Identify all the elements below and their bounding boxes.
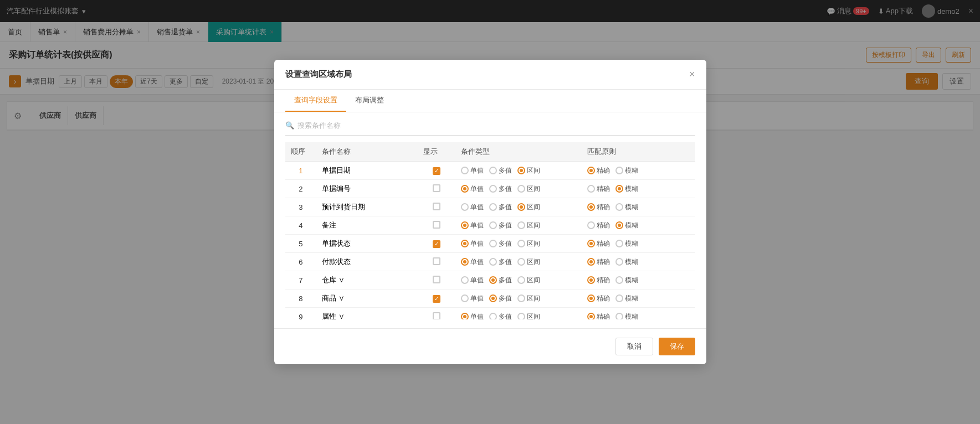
- table-row: 2单据编号单值多值区间精确模糊: [285, 180, 695, 198]
- cell-type: 单值多值区间: [455, 253, 582, 271]
- rule-radio-模糊[interactable]: 模糊: [615, 294, 638, 303]
- type-radio-单值[interactable]: 单值: [461, 166, 484, 175]
- display-checkbox[interactable]: [433, 276, 440, 283]
- dialog-header: 设置查询区域布局 ×: [274, 60, 706, 90]
- type-radio-单值[interactable]: 单值: [461, 203, 484, 212]
- rule-radio-精确[interactable]: 精确: [587, 166, 610, 175]
- display-checkbox[interactable]: [433, 221, 440, 229]
- cell-type: 单值多值区间: [455, 180, 582, 198]
- type-radio-多值[interactable]: 多值: [489, 166, 512, 175]
- type-radio-区间[interactable]: 区间: [517, 312, 540, 320]
- rule-radio-模糊[interactable]: 模糊: [615, 312, 638, 320]
- dialog-close-btn[interactable]: ×: [689, 69, 695, 80]
- search-bar: 🔍: [285, 121, 695, 136]
- rule-radio-精确[interactable]: 精确: [587, 203, 610, 212]
- type-radio-区间[interactable]: 区间: [517, 203, 540, 212]
- type-radio-区间[interactable]: 区间: [517, 239, 540, 249]
- cell-display[interactable]: ✓: [418, 162, 455, 180]
- type-radio-区间[interactable]: 区间: [517, 221, 540, 230]
- dialog-tabs: 查询字段设置 布局调整: [274, 90, 706, 112]
- type-radio-区间[interactable]: 区间: [517, 276, 540, 285]
- cell-name: 单据状态: [316, 235, 417, 253]
- th-name: 条件名称: [316, 142, 417, 162]
- rule-radio-模糊[interactable]: 模糊: [615, 221, 638, 230]
- type-radio-多值[interactable]: 多值: [489, 294, 512, 303]
- type-radio-多值[interactable]: 多值: [489, 221, 512, 230]
- type-radio-单值[interactable]: 单值: [461, 221, 484, 230]
- type-radio-多值[interactable]: 多值: [489, 203, 512, 212]
- search-input[interactable]: [297, 121, 408, 130]
- cell-order: 7: [285, 271, 317, 289]
- type-radio-多值[interactable]: 多值: [489, 184, 512, 194]
- rule-radio-模糊[interactable]: 模糊: [615, 276, 638, 285]
- rule-radio-模糊[interactable]: 模糊: [615, 203, 638, 212]
- dialog-footer: 取消 保存: [274, 328, 706, 364]
- cell-display[interactable]: [418, 271, 455, 289]
- table-row: 8商品 ∨✓单值多值区间精确模糊: [285, 289, 695, 308]
- table-row: 1单据日期✓单值多值区间精确模糊: [285, 162, 695, 180]
- type-radio-单值[interactable]: 单值: [461, 276, 484, 285]
- type-radio-多值[interactable]: 多值: [489, 239, 512, 249]
- display-checkbox[interactable]: ✓: [433, 167, 440, 175]
- rule-radio-精确[interactable]: 精确: [587, 276, 610, 285]
- type-radio-单值[interactable]: 单值: [461, 239, 484, 249]
- display-checkbox[interactable]: [433, 184, 440, 192]
- rule-radio-精确[interactable]: 精确: [587, 257, 610, 267]
- cell-type: 单值多值区间: [455, 308, 582, 320]
- cell-type: 单值多值区间: [455, 198, 582, 216]
- cancel-button[interactable]: 取消: [615, 338, 653, 355]
- cell-name: 单据日期: [316, 162, 417, 180]
- conditions-tbody: 1单据日期✓单值多值区间精确模糊2单据编号单值多值区间精确模糊3预计到货日期单值…: [285, 162, 695, 320]
- type-radio-单值[interactable]: 单值: [461, 257, 484, 267]
- rule-radio-模糊[interactable]: 模糊: [615, 239, 638, 249]
- rule-radio-模糊[interactable]: 模糊: [615, 257, 638, 267]
- type-radio-单值[interactable]: 单值: [461, 312, 484, 320]
- type-radio-单值[interactable]: 单值: [461, 184, 484, 194]
- rule-radio-精确[interactable]: 精确: [587, 312, 610, 320]
- cell-rule: 精确模糊: [582, 162, 695, 180]
- table-head-row: 顺序 条件名称 显示 条件类型 匹配原则: [285, 142, 695, 162]
- rule-radio-模糊[interactable]: 模糊: [615, 166, 638, 175]
- cell-type: 单值多值区间: [455, 162, 582, 180]
- th-rule: 匹配原则: [582, 142, 695, 162]
- cell-display[interactable]: [418, 216, 455, 235]
- cell-display[interactable]: [418, 308, 455, 320]
- type-radio-多值[interactable]: 多值: [489, 312, 512, 320]
- table-row: 4备注单值多值区间精确模糊: [285, 216, 695, 235]
- type-radio-多值[interactable]: 多值: [489, 276, 512, 285]
- display-checkbox[interactable]: [433, 312, 440, 320]
- rule-radio-精确[interactable]: 精确: [587, 294, 610, 303]
- cell-display[interactable]: ✓: [418, 235, 455, 253]
- table-row: 7仓库 ∨单值多值区间精确模糊: [285, 271, 695, 289]
- dialog-tab-query[interactable]: 查询字段设置: [285, 90, 346, 112]
- rule-radio-精确[interactable]: 精确: [587, 221, 610, 230]
- table-row: 9属性 ∨单值多值区间精确模糊: [285, 308, 695, 320]
- type-radio-区间[interactable]: 区间: [517, 257, 540, 267]
- type-radio-区间[interactable]: 区间: [517, 166, 540, 175]
- cell-name: 仓库 ∨: [316, 271, 417, 289]
- cell-rule: 精确模糊: [582, 235, 695, 253]
- rule-radio-模糊[interactable]: 模糊: [615, 184, 638, 194]
- cell-display[interactable]: [418, 198, 455, 216]
- type-radio-多值[interactable]: 多值: [489, 257, 512, 267]
- save-button[interactable]: 保存: [659, 338, 695, 355]
- cell-display[interactable]: ✓: [418, 289, 455, 308]
- cell-display[interactable]: [418, 180, 455, 198]
- cell-rule: 精确模糊: [582, 216, 695, 235]
- display-checkbox[interactable]: [433, 257, 440, 265]
- cell-order: 3: [285, 198, 317, 216]
- display-checkbox[interactable]: [433, 203, 440, 210]
- rule-radio-精确[interactable]: 精确: [587, 239, 610, 249]
- dialog-overlay: 设置查询区域布局 × 查询字段设置 布局调整 🔍 顺序 条件名称: [0, 0, 980, 424]
- type-radio-区间[interactable]: 区间: [517, 184, 540, 194]
- cell-rule: 精确模糊: [582, 308, 695, 320]
- rule-radio-精确[interactable]: 精确: [587, 184, 610, 194]
- dialog-tab-layout[interactable]: 布局调整: [346, 90, 393, 112]
- type-radio-单值[interactable]: 单值: [461, 294, 484, 303]
- cell-display[interactable]: [418, 253, 455, 271]
- display-checkbox[interactable]: ✓: [433, 240, 440, 248]
- cell-type: 单值多值区间: [455, 289, 582, 308]
- cell-order: 9: [285, 308, 317, 320]
- display-checkbox[interactable]: ✓: [433, 295, 440, 303]
- type-radio-区间[interactable]: 区间: [517, 294, 540, 303]
